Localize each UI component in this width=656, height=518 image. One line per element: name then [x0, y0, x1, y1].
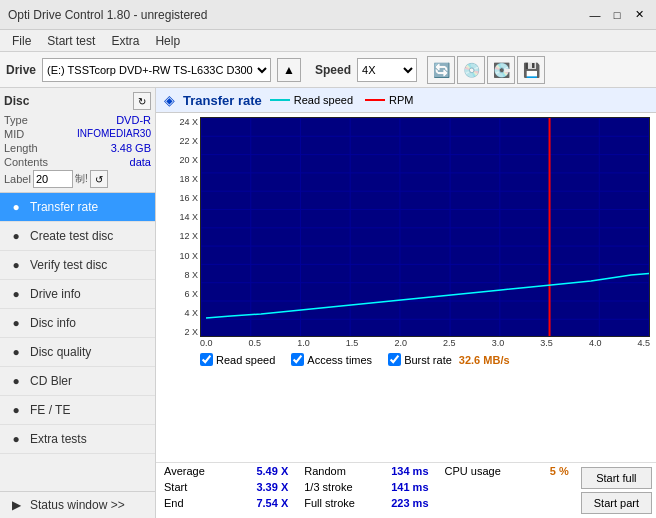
disc-quality-icon: ● [8, 344, 24, 360]
stat-cpu-value: 5 % [550, 465, 569, 477]
stat-full-stroke-line: Full stroke 223 ms [296, 495, 436, 511]
speed-select[interactable]: 4X 2X 8X [357, 58, 417, 82]
disc-refresh-button[interactable]: ↻ [133, 92, 151, 110]
burst-rate-value: 32.6 MB/s [459, 354, 510, 366]
status-window-item[interactable]: ▶ Status window >> [0, 492, 155, 518]
refresh-icon-btn[interactable]: 🔄 [427, 56, 455, 84]
nav-drive-info-label: Drive info [30, 287, 81, 301]
chart-title: Transfer rate [183, 93, 262, 108]
chart-svg [200, 117, 650, 337]
y-axis: 24 X 22 X 20 X 18 X 16 X 14 X 12 X 10 X … [158, 117, 198, 337]
y-label-6: 6 X [158, 289, 198, 299]
nav-disc-quality[interactable]: ● Disc quality [0, 338, 155, 367]
minimize-button[interactable]: — [586, 6, 604, 24]
save-icon-btn[interactable]: 💾 [517, 56, 545, 84]
y-label-22: 22 X [158, 136, 198, 146]
checkbox-burst-rate-input[interactable] [388, 353, 401, 366]
nav-transfer-rate-label: Transfer rate [30, 200, 98, 214]
menu-file[interactable]: File [4, 32, 39, 50]
disc-label-row: Label 制! ↺ [4, 170, 151, 188]
disc-icon-btn[interactable]: 💿 [457, 56, 485, 84]
disc-contents-row: Contents data [4, 156, 151, 168]
disc-contents-value: data [130, 156, 151, 168]
disc-mid-row: MID INFOMEDIAR30 [4, 128, 151, 140]
checkbox-read-speed[interactable]: Read speed [200, 353, 275, 366]
stat-full-stroke-value: 223 ms [391, 497, 428, 509]
checkbox-access-times-input[interactable] [291, 353, 304, 366]
disc-type-row: Type DVD-R [4, 114, 151, 126]
create-test-disc-icon: ● [8, 228, 24, 244]
y-label-8: 8 X [158, 270, 198, 280]
y-label-20: 20 X [158, 155, 198, 165]
extra-tests-icon: ● [8, 431, 24, 447]
status-window-icon: ▶ [8, 497, 24, 513]
stat-group-middle: Random 134 ms 1/3 stroke 141 ms Full str… [296, 463, 436, 518]
nav-transfer-rate[interactable]: ● Transfer rate [0, 193, 155, 222]
nav-drive-info[interactable]: ● Drive info [0, 280, 155, 309]
disc-section: Disc ↻ Type DVD-R MID INFOMEDIAR30 Lengt… [0, 88, 155, 193]
stat-average-line: Average 5.49 X [156, 463, 296, 479]
disc-label-input[interactable] [33, 170, 73, 188]
nav-disc-quality-label: Disc quality [30, 345, 91, 359]
nav-cd-bler[interactable]: ● CD Bler [0, 367, 155, 396]
y-label-18: 18 X [158, 174, 198, 184]
close-button[interactable]: ✕ [630, 6, 648, 24]
x-label-3.5: 3.5 [540, 338, 553, 348]
start-full-button[interactable]: Start full [581, 467, 652, 489]
nav-disc-info[interactable]: ● Disc info [0, 309, 155, 338]
fe-te-icon: ● [8, 402, 24, 418]
nav-extra-tests-label: Extra tests [30, 432, 87, 446]
legend-read-speed-color [270, 99, 290, 101]
stat-end-value: 7.54 X [256, 497, 288, 509]
eject-button[interactable]: ▲ [277, 58, 301, 82]
nav-fe-te[interactable]: ● FE / TE [0, 396, 155, 425]
x-axis: 0.0 0.5 1.0 1.5 2.0 2.5 3.0 3.5 4.0 4.5 [200, 337, 650, 351]
disc-type-label: Type [4, 114, 28, 126]
main-area: Disc ↻ Type DVD-R MID INFOMEDIAR30 Lengt… [0, 88, 656, 518]
stat-random-value: 134 ms [391, 465, 428, 477]
y-label-10: 10 X [158, 251, 198, 261]
dvd-icon-btn[interactable]: 💽 [487, 56, 515, 84]
chart-wrapper: 24 X 22 X 20 X 18 X 16 X 14 X 12 X 10 X … [156, 113, 656, 462]
nav-cd-bler-label: CD Bler [30, 374, 72, 388]
drivebar: Drive (E:) TSSTcorp DVD+-RW TS-L633C D30… [0, 52, 656, 88]
legend-read-speed: Read speed [270, 94, 353, 106]
checkbox-access-times[interactable]: Access times [291, 353, 372, 366]
y-label-4: 4 X [158, 308, 198, 318]
start-part-button[interactable]: Start part [581, 492, 652, 514]
disc-length-row: Length 3.48 GB [4, 142, 151, 154]
x-label-4: 4.0 [589, 338, 602, 348]
stat-random-line: Random 134 ms [296, 463, 436, 479]
disc-type-value: DVD-R [116, 114, 151, 126]
menu-extra[interactable]: Extra [103, 32, 147, 50]
disc-label-apply-button[interactable]: ↺ [90, 170, 108, 188]
x-label-1.5: 1.5 [346, 338, 359, 348]
transfer-rate-icon: ● [8, 199, 24, 215]
stat-random-label: Random [304, 465, 346, 477]
nav-create-test-disc[interactable]: ● Create test disc [0, 222, 155, 251]
x-label-0: 0.0 [200, 338, 213, 348]
nav-verify-test-disc[interactable]: ● Verify test disc [0, 251, 155, 280]
x-label-1: 1.0 [297, 338, 310, 348]
maximize-button[interactable]: □ [608, 6, 626, 24]
disc-label-label: Label [4, 173, 31, 185]
chart-checkboxes-row: Read speed Access times Burst rate 32.6 … [200, 351, 650, 368]
x-label-2: 2.0 [394, 338, 407, 348]
menu-start-test[interactable]: Start test [39, 32, 103, 50]
x-label-2.5: 2.5 [443, 338, 456, 348]
nav-extra-tests[interactable]: ● Extra tests [0, 425, 155, 454]
status-section: ▶ Status window >> [0, 491, 155, 518]
left-panel: Disc ↻ Type DVD-R MID INFOMEDIAR30 Lengt… [0, 88, 156, 518]
checkbox-burst-rate[interactable]: Burst rate 32.6 MB/s [388, 353, 509, 366]
nav-verify-test-disc-label: Verify test disc [30, 258, 107, 272]
status-window-label: Status window >> [30, 498, 125, 512]
stat-group-right: CPU usage 5 % [437, 463, 577, 518]
drive-select[interactable]: (E:) TSSTcorp DVD+-RW TS-L633C D300 [42, 58, 271, 82]
menu-help[interactable]: Help [147, 32, 188, 50]
stat-cpu-line: CPU usage 5 % [437, 463, 577, 479]
drive-info-icon: ● [8, 286, 24, 302]
legend-rpm-label: RPM [389, 94, 413, 106]
disc-mid-label: MID [4, 128, 24, 140]
checkbox-read-speed-input[interactable] [200, 353, 213, 366]
y-label-12: 12 X [158, 231, 198, 241]
